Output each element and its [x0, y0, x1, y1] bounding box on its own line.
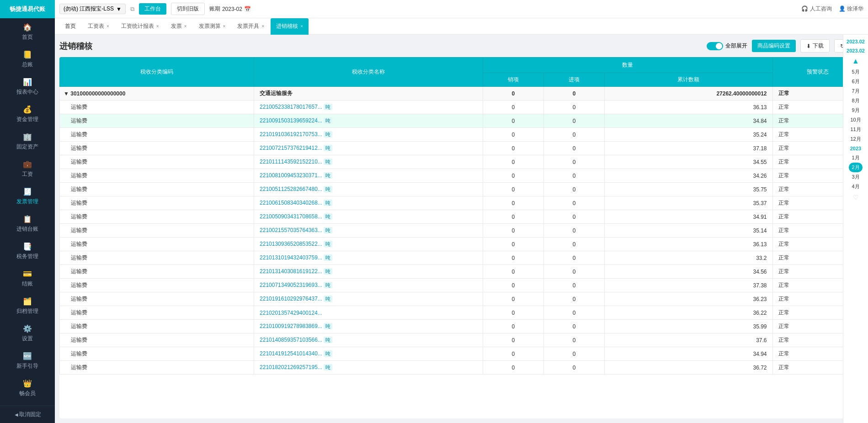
item-code: 2210191036192170753... 吨	[254, 128, 483, 142]
tab-invoice-calc-close[interactable]: ×	[223, 24, 226, 29]
download-label: 下载	[813, 42, 824, 50]
table-row[interactable]: 运输费 2210052338178017657... 吨 0 0 36.13 正…	[60, 100, 863, 114]
tab-reconcile-close[interactable]: ×	[300, 24, 303, 29]
month-3[interactable]: 3月	[851, 172, 860, 182]
item-code: 2210021557035764363... 吨	[254, 224, 483, 238]
sidebar-item-guide[interactable]: 🆕 新手引导	[0, 347, 55, 375]
right-panel: 2023.02 2023.02 ▲ 5月 6月 7月 8月 9月 10月 11月…	[843, 35, 868, 423]
month-4[interactable]: 4月	[851, 182, 860, 191]
table-row[interactable]: 运输费 2210051125282667480... 吨 0 0 35.75 正…	[60, 183, 863, 196]
table-row[interactable]: 运输费 2210191610292976437... 吨 0 0 36.23 正…	[60, 292, 863, 306]
member-icon: 👑	[23, 379, 32, 388]
tab-payroll-stats[interactable]: 工资统计报表 ×	[116, 18, 165, 35]
expand-toggle[interactable]	[707, 42, 723, 50]
calendar-icon[interactable]: 📅	[244, 6, 251, 12]
table-row[interactable]: 运输费 2210111143592152210... 吨 0 0 34.55 正…	[60, 155, 863, 169]
table-row[interactable]: 运输费 2210081009453230371... 吨 0 0 34.26 正…	[60, 169, 863, 183]
month-11[interactable]: 11月	[849, 125, 862, 134]
table-row[interactable]: 运输费 2210072157376219412... 吨 0 0 37.18 正…	[60, 142, 863, 155]
table-row[interactable]: 运输费 2210050903431708658... 吨 0 0 34.91 正…	[60, 210, 863, 224]
item-purchase: 0	[543, 224, 604, 238]
right-panel-year-2023-02-top[interactable]: 2023.02	[843, 37, 868, 46]
product-code-settings-button[interactable]: 商品编码设置	[752, 40, 796, 52]
sidebar-item-member[interactable]: 👑 畅会员	[0, 375, 55, 402]
tab-invoice-label: 发票	[171, 22, 182, 30]
item-name: 运输费	[60, 333, 254, 347]
archive-icon: 🗂️	[23, 297, 32, 306]
item-name: 运输费	[60, 361, 254, 375]
sidebar-item-sales[interactable]: 📋 进销台账	[0, 210, 55, 238]
item-name: 运输费	[60, 196, 254, 210]
sidebar-item-payroll[interactable]: 💼 工资	[0, 155, 55, 183]
month-1[interactable]: 1月	[851, 153, 860, 163]
unpin-button[interactable]: ◄ 取消固定	[0, 406, 55, 423]
month-12[interactable]: 12月	[849, 134, 862, 144]
table-row[interactable]: 运输费 2210141912541014340... 吨 0 0 34.94 正…	[60, 347, 863, 361]
expand-toggle-label: 全部展开	[725, 42, 747, 50]
table-row[interactable]: 运输费 2210021557035764363... 吨 0 0 35.14 正…	[60, 224, 863, 238]
favorite-icon[interactable]: ♡	[853, 194, 859, 201]
tab-reconcile[interactable]: 进销稽核 ×	[271, 18, 309, 35]
sidebar-item-archive[interactable]: 🗂️ 归档管理	[0, 292, 55, 320]
sidebar-item-home[interactable]: 🏠 首页	[0, 18, 55, 46]
sidebar-item-ledger[interactable]: 📒 总账	[0, 46, 55, 73]
table-row[interactable]: 运输费 2210191036192170753... 吨 0 0 35.24 正…	[60, 128, 863, 142]
reports-icon: 📊	[23, 78, 32, 86]
tab-payroll-stats-close[interactable]: ×	[156, 24, 159, 29]
company-selector[interactable]: (勿动) 江西报宝-LSS ▼	[59, 4, 126, 14]
table-row[interactable]: 运输费 2210061508340340268... 吨 0 0 35.37 正…	[60, 196, 863, 210]
table-row[interactable]: 运输费 2210131403081619122... 吨 0 0 34.56 正…	[60, 265, 863, 279]
month-8[interactable]: 8月	[851, 96, 860, 106]
tab-invoice-open-label: 发票开具	[237, 22, 259, 30]
sidebar-item-tax[interactable]: 📑 税务管理	[0, 238, 55, 265]
table-row[interactable]: 运输费 2210131019432403759... 吨 0 0 33.2 正常	[60, 251, 863, 265]
table-row[interactable]: 运输费 2210100919278983869... 吨 0 0 35.99 正…	[60, 320, 863, 333]
sidebar-item-invoice[interactable]: 🧾 发票管理	[0, 183, 55, 210]
item-purchase: 0	[543, 196, 604, 210]
support-button[interactable]: 🎧 人工咨询	[801, 5, 831, 13]
table-row[interactable]: 运输费 2210091503139659224... 吨 0 0 34.84 正…	[60, 114, 863, 128]
item-code: 2210100919278983869... 吨	[254, 320, 483, 333]
item-code: 2210091503139659224... 吨	[254, 114, 483, 128]
month-5[interactable]: 5月	[851, 67, 860, 77]
app-logo: 畅捷通易代账	[0, 0, 55, 18]
sidebar-item-funds[interactable]: 💰 资金管理	[0, 100, 55, 128]
item-code: 2210131403081619122... 吨	[254, 265, 483, 279]
month-6[interactable]: 6月	[851, 77, 860, 86]
sidebar-item-assets[interactable]: 🏢 固定资产	[0, 128, 55, 155]
table-row[interactable]: 运输费 2210071349052319693... 吨 0 0 37.38 正…	[60, 279, 863, 292]
group-purchase: 0	[543, 87, 604, 100]
tab-home[interactable]: 首页	[59, 18, 81, 35]
table-row[interactable]: 运输费 2210182021269257195... 吨 0 0 36.72 正…	[60, 361, 863, 375]
sidebar-item-settings[interactable]: ⚙️ 设置	[0, 320, 55, 347]
tab-invoice-open[interactable]: 发票开具 ×	[232, 18, 270, 35]
tab-payroll-table-close[interactable]: ×	[107, 24, 109, 29]
copy-icon[interactable]: ⧉	[130, 5, 134, 13]
right-panel-year-2023-02-2[interactable]: 2023.02	[843, 46, 868, 55]
tab-payroll-table[interactable]: 工资表 ×	[82, 18, 115, 35]
sidebar-item-settle[interactable]: 💳 结账	[0, 265, 55, 292]
sidebar-item-funds-label: 资金管理	[16, 116, 38, 123]
switch-version-button[interactable]: 切到旧版	[171, 3, 205, 15]
table-row[interactable]: 运输费 2210130936520853522... 吨 0 0 36.13 正…	[60, 238, 863, 251]
item-code: 2210130936520853522... 吨	[254, 238, 483, 251]
sidebar-item-reports[interactable]: 📊 报表中心	[0, 73, 55, 100]
table-row[interactable]: 运输费 2210201357429400124... 0 0 36.22 正常	[60, 306, 863, 320]
tabs-bar: 首页 工资表 × 工资统计报表 × 发票 × 发票测算 × 发票开具 × 进销稽…	[55, 18, 868, 35]
month-9[interactable]: 9月	[851, 106, 860, 115]
month-7[interactable]: 7月	[851, 86, 860, 96]
month-10[interactable]: 10月	[849, 115, 862, 125]
tab-invoice[interactable]: 发票 ×	[165, 18, 192, 35]
page-actions: 全部展开 商品编码设置 ⬇ 下载 ↻ 刷新	[707, 39, 863, 53]
col-header-sales: 销项	[483, 73, 543, 87]
tab-invoice-close[interactable]: ×	[184, 24, 187, 29]
workspace-button[interactable]: 工作台	[139, 3, 166, 15]
tab-invoice-calc[interactable]: 发票测算 ×	[193, 18, 231, 35]
table-row[interactable]: ▼ 301000000000000000 交通运输服务 0 0 27262.40…	[60, 87, 863, 100]
month-2-current[interactable]: 2月	[849, 163, 863, 172]
download-button[interactable]: ⬇ 下载	[800, 39, 830, 53]
tab-invoice-open-close[interactable]: ×	[261, 24, 264, 29]
scroll-up-button[interactable]: ▲	[843, 55, 868, 67]
table-row[interactable]: 运输费 2210140859357103566... 吨 0 0 37.6 正常	[60, 333, 863, 347]
user-avatar[interactable]: 👤 徐泽华	[839, 5, 863, 13]
